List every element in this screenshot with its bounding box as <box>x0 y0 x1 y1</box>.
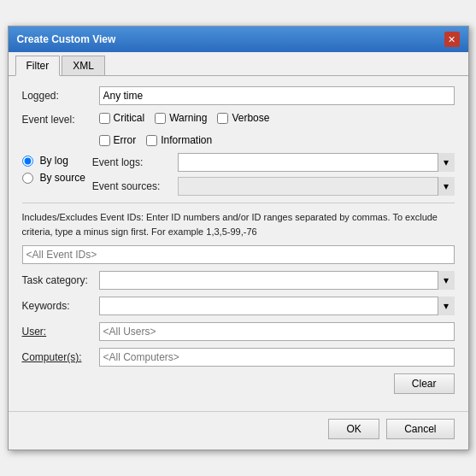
cancel-button[interactable]: Cancel <box>386 419 454 439</box>
checkbox-information-input[interactable] <box>146 135 157 146</box>
radio-by-log-input[interactable] <box>22 156 33 167</box>
event-ids-input[interactable] <box>22 245 455 264</box>
radio-by-source-input[interactable] <box>22 173 33 184</box>
checkbox-critical-label: Critical <box>114 112 145 124</box>
task-category-row: Task category: ▾ <box>22 271 455 290</box>
task-category-select-wrapper: ▾ <box>99 271 455 290</box>
event-logs-select[interactable] <box>178 153 455 172</box>
event-logs-select-wrapper: ▾ <box>178 153 455 172</box>
keywords-select-wrapper: ▾ <box>99 297 455 315</box>
keywords-label: Keywords: <box>22 300 99 312</box>
logged-select[interactable]: Any time <box>99 86 455 105</box>
event-level-checkboxes-bottom: Error Information <box>99 134 455 146</box>
tab-filter[interactable]: Filter <box>15 56 61 76</box>
log-source-section: By log By source Event logs: ▾ <box>22 153 455 196</box>
event-level-checkboxes-top: Critical Warning Verbose <box>99 112 455 124</box>
checkbox-warning-input[interactable] <box>155 113 166 124</box>
clear-button[interactable]: Clear <box>394 373 455 394</box>
log-source-selects: Event logs: ▾ Event sources: ▾ <box>92 153 455 196</box>
event-logs-row: Event logs: ▾ <box>92 153 455 172</box>
filter-content: Logged: Any time Event level: Critical W… <box>9 76 468 411</box>
task-category-select[interactable] <box>99 271 455 290</box>
checkbox-error-label: Error <box>114 134 137 146</box>
tab-bar: Filter XML <box>9 52 468 76</box>
create-custom-view-dialog: Create Custom View ✕ Filter XML Logged: … <box>8 26 469 450</box>
event-logs-label: Event logs: <box>92 156 178 168</box>
computer-input[interactable] <box>99 348 455 367</box>
keywords-row: Keywords: ▾ <box>22 297 455 315</box>
radio-by-source[interactable]: By source <box>22 172 85 184</box>
dialog-title: Create Custom View <box>17 33 116 45</box>
logged-select-wrapper: Any time <box>99 86 455 105</box>
keywords-select[interactable] <box>99 297 455 315</box>
radio-group: By log By source <box>22 153 85 196</box>
event-sources-select-wrapper: ▾ <box>178 177 455 196</box>
logged-label: Logged: <box>22 90 99 102</box>
event-sources-row: Event sources: ▾ <box>92 177 455 196</box>
user-row: User: <box>22 322 455 341</box>
description-text: Includes/Excludes Event IDs: Enter ID nu… <box>22 203 455 238</box>
checkbox-verbose-label: Verbose <box>232 112 269 124</box>
user-label: User: <box>22 326 99 338</box>
user-input[interactable] <box>99 322 455 341</box>
radio-by-source-label: By source <box>40 172 85 184</box>
checkbox-verbose-input[interactable] <box>217 113 228 124</box>
clear-area: Clear <box>22 373 455 394</box>
event-level-label: Event level: <box>22 114 99 126</box>
checkbox-warning[interactable]: Warning <box>155 112 207 124</box>
bottom-buttons: OK Cancel <box>9 411 468 450</box>
logged-row: Logged: Any time <box>22 86 455 105</box>
radio-by-log[interactable]: By log <box>22 155 85 167</box>
checkbox-error-input[interactable] <box>99 135 110 146</box>
event-sources-label: Event sources: <box>92 180 178 192</box>
ok-button[interactable]: OK <box>328 419 379 439</box>
checkbox-error[interactable]: Error <box>99 134 137 146</box>
close-button[interactable]: ✕ <box>444 32 460 47</box>
checkbox-information-label: Information <box>161 134 212 146</box>
checkbox-critical-input[interactable] <box>99 113 110 124</box>
event-sources-select[interactable] <box>178 177 455 196</box>
radio-by-log-label: By log <box>40 155 68 167</box>
checkbox-information[interactable]: Information <box>146 134 212 146</box>
tab-xml[interactable]: XML <box>62 56 105 75</box>
checkbox-warning-label: Warning <box>169 112 207 124</box>
title-bar: Create Custom View ✕ <box>9 26 468 52</box>
task-category-label: Task category: <box>22 274 99 286</box>
checkbox-critical[interactable]: Critical <box>99 112 145 124</box>
computer-row: Computer(s): <box>22 348 455 367</box>
checkbox-verbose[interactable]: Verbose <box>217 112 269 124</box>
event-level-row: Event level: Critical Warning Verbose <box>22 112 455 127</box>
computer-label: Computer(s): <box>22 351 99 363</box>
